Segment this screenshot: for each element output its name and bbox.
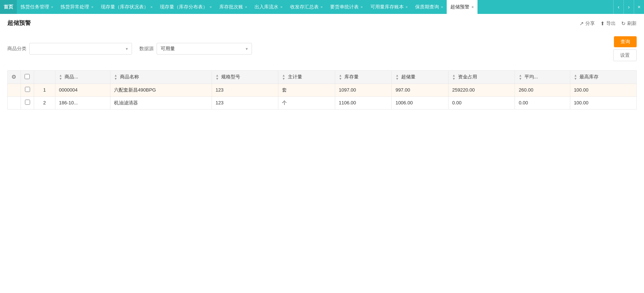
row-spec-0: 123 <box>212 84 278 96</box>
th-avg[interactable]: ▲▼ 平均... <box>515 71 570 84</box>
row-checkbox-1[interactable] <box>25 100 30 105</box>
row-product-code-1: 186-10... <box>55 96 110 109</box>
row-checkbox-0[interactable] <box>25 87 30 92</box>
sort-icon-product-name: ▲▼ <box>114 74 117 81</box>
top-navigation: 首页 拣货任务管理 × 拣货异常处理 × 现存量（库存状况表） × 现存量（库存… <box>0 0 644 14</box>
page-header: 超储预警 ↗ 分享 ⬆ 导出 ↻ 刷新 <box>7 19 637 27</box>
sort-icon-product-code: ▲▼ <box>59 74 62 81</box>
refresh-icon: ↻ <box>621 21 626 26</box>
refresh-button[interactable]: ↻ 刷新 <box>621 20 637 27</box>
row-num-1: 2 <box>34 96 55 109</box>
nav-item-10[interactable]: 保质期查询 × <box>411 0 447 14</box>
row-num-0: 1 <box>34 84 55 96</box>
close-icon-7[interactable]: × <box>321 5 323 9</box>
row-checkbox-cell <box>21 96 34 109</box>
row-stock-1: 1106.00 <box>335 96 392 109</box>
sort-icon-over-stock: ▲▼ <box>395 74 399 81</box>
close-icon-6[interactable]: × <box>280 5 282 9</box>
row-settings-cell <box>8 84 21 96</box>
th-spec[interactable]: ▲▼ 规格型号 <box>212 71 278 84</box>
close-icon-2[interactable]: × <box>91 5 93 9</box>
select-all-checkbox[interactable] <box>25 74 30 79</box>
datasource-label: 数据源 <box>139 45 154 52</box>
table-row: 1 0000004 六配套新昌490BPG 123 套 1097.00 997.… <box>8 84 637 96</box>
row-unit-1: 个 <box>278 96 335 109</box>
share-button[interactable]: ↗ 分享 <box>579 20 595 27</box>
close-icon-10[interactable]: × <box>441 5 443 9</box>
category-filter: 商品分类 ▾ <box>7 43 132 55</box>
nav-item-7[interactable]: 收发存汇总表 × <box>286 0 326 14</box>
sort-icon-stock: ▲▼ <box>339 74 342 81</box>
main-content: 超储预警 ↗ 分享 ⬆ 导出 ↻ 刷新 商品分类 ▾ 数据源 <box>0 14 644 293</box>
close-icon-11[interactable]: × <box>471 5 473 9</box>
datasource-select[interactable]: 可用量 ▾ <box>157 43 252 55</box>
nav-prev-arrow[interactable]: ‹ <box>613 0 623 14</box>
row-avg-0: 260.00 <box>515 84 570 96</box>
nav-item-11[interactable]: 超储预警 × <box>447 0 477 14</box>
row-product-name-1: 机油滤清器 <box>110 96 212 109</box>
sort-icon-max-stock: ▲▼ <box>574 74 577 81</box>
nav-home[interactable]: 首页 <box>0 0 17 14</box>
nav-next-arrow[interactable]: › <box>623 0 634 14</box>
share-icon: ↗ <box>579 21 584 26</box>
nav-item-3[interactable]: 现存量（库存状况表） × <box>97 0 156 14</box>
datasource-chevron-icon: ▾ <box>246 47 248 51</box>
row-over-stock-0: 997.00 <box>392 84 449 96</box>
category-select[interactable]: ▾ <box>29 43 132 55</box>
close-icon-1[interactable]: × <box>51 5 53 9</box>
data-table: ⚙ ▲▼ 商品... ▲▼ 商品名称 ▲▼ 规格型号 <box>7 70 637 110</box>
row-capital-0: 259220.00 <box>449 84 515 96</box>
nav-item-5[interactable]: 库存批次账 × <box>216 0 251 14</box>
export-icon: ⬆ <box>600 21 605 26</box>
nav-item-4[interactable]: 现存量（库存分布表） × <box>156 0 215 14</box>
th-over-stock[interactable]: ▲▼ 超储量 <box>392 71 449 84</box>
export-button[interactable]: ⬆ 导出 <box>600 20 616 27</box>
sort-icon-unit: ▲▼ <box>282 74 285 81</box>
th-product-name[interactable]: ▲▼ 商品名称 <box>110 71 212 84</box>
row-stock-0: 1097.00 <box>335 84 392 96</box>
th-settings: ⚙ <box>8 71 21 84</box>
row-spec-1: 123 <box>212 96 278 109</box>
close-icon-5[interactable]: × <box>245 5 247 9</box>
th-stock[interactable]: ▲▼ 库存量 <box>335 71 392 84</box>
settings-button[interactable]: 设置 <box>613 49 637 61</box>
close-icon-8[interactable]: × <box>361 5 363 9</box>
sort-icon-spec: ▲▼ <box>216 74 219 81</box>
query-button[interactable]: 查询 <box>614 36 637 47</box>
close-icon-4[interactable]: × <box>209 5 212 9</box>
nav-item-1[interactable]: 拣货任务管理 × <box>17 0 57 14</box>
row-settings-cell <box>8 96 21 109</box>
row-product-name-0: 六配套新昌490BPG <box>110 84 212 96</box>
row-checkbox-cell <box>21 84 34 96</box>
nav-item-6[interactable]: 出入库流水 × <box>251 0 286 14</box>
row-product-code-0: 0000004 <box>55 84 110 96</box>
nav-arrows: ‹ › × <box>613 0 644 14</box>
filter-buttons: 查询 设置 <box>613 36 637 61</box>
th-product-code[interactable]: ▲▼ 商品... <box>55 71 110 84</box>
nav-item-8[interactable]: 要货单统计表 × <box>326 0 366 14</box>
settings-gear-icon[interactable]: ⚙ <box>11 74 16 80</box>
datasource-select-value: 可用量 <box>161 45 175 52</box>
sort-icon-avg: ▲▼ <box>519 74 522 81</box>
nav-item-2[interactable]: 拣货异常处理 × <box>57 0 97 14</box>
category-label: 商品分类 <box>7 45 26 52</box>
th-num <box>34 71 55 84</box>
th-capital[interactable]: ▲▼ 资金占用 <box>449 71 515 84</box>
datasource-filter: 数据源 可用量 ▾ <box>139 43 252 55</box>
close-icon-3[interactable]: × <box>150 5 153 9</box>
row-over-stock-1: 1006.00 <box>392 96 449 109</box>
row-capital-1: 0.00 <box>449 96 515 109</box>
sort-icon-capital: ▲▼ <box>452 74 455 81</box>
row-max-stock-1: 100.00 <box>570 96 636 109</box>
th-checkbox <box>21 71 34 84</box>
nav-close-arrow[interactable]: × <box>634 0 644 14</box>
filter-area: 商品分类 ▾ 数据源 可用量 ▾ 查询 设置 <box>7 33 637 65</box>
th-unit[interactable]: ▲▼ 主计量 <box>278 71 335 84</box>
row-max-stock-0: 100.00 <box>570 84 636 96</box>
header-actions: ↗ 分享 ⬆ 导出 ↻ 刷新 <box>579 20 637 27</box>
table-row: 2 186-10... 机油滤清器 123 个 1106.00 1006.00 … <box>8 96 637 109</box>
nav-item-9[interactable]: 可用量库存账本 × <box>367 0 411 14</box>
th-max-stock[interactable]: ▲▼ 最高库存 <box>570 71 636 84</box>
close-icon-9[interactable]: × <box>406 5 408 9</box>
row-unit-0: 套 <box>278 84 335 96</box>
